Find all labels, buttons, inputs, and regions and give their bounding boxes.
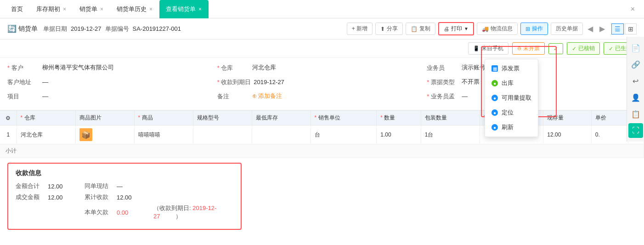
toolbar-row: 📱 来自手机 ⊖ 未开票 ✓ ✓ 已核销 ✓ 已生效 bbox=[0, 40, 644, 58]
product-table: ⚙ 仓库 商品图片 商品 规格型号 最低库存 销售单位 数量 包装数量 可用量 … bbox=[0, 111, 644, 158]
col-settings: ⚙ bbox=[0, 111, 17, 125]
cumulative-label: 累计收款 bbox=[85, 193, 117, 201]
print-button[interactable]: 🖨 打印 ▼ bbox=[438, 22, 474, 35]
row-unit-price: 0. bbox=[591, 125, 628, 144]
next-button[interactable]: ▶ bbox=[598, 23, 607, 34]
window-close-button[interactable]: × bbox=[626, 5, 639, 13]
arrears-value: 0.00 bbox=[117, 209, 140, 216]
transaction-label: 成交金额 bbox=[16, 193, 48, 201]
col-spec: 规格型号 bbox=[193, 111, 252, 125]
payment-date-value: 2019-12-27 bbox=[251, 78, 427, 87]
remark-field: 备注 ⊕ 添加备注 bbox=[217, 91, 427, 102]
menu-locate[interactable]: ● 定位 bbox=[485, 105, 538, 120]
grid-view-button[interactable]: ⊞ bbox=[625, 23, 637, 34]
not-open-button[interactable]: ⊖ 未开票 bbox=[512, 42, 545, 55]
table-container: ⚙ 仓库 商品图片 商品 规格型号 最低库存 销售单位 数量 包装数量 可用量 … bbox=[0, 110, 644, 158]
tab-sales-history-close[interactable]: × bbox=[149, 6, 153, 12]
menu-refresh[interactable]: ● 刷新 bbox=[485, 120, 538, 135]
total-amount-value: 12.00 bbox=[48, 183, 71, 190]
project-value: — bbox=[40, 92, 217, 101]
project-field: 项目 — bbox=[7, 92, 217, 101]
row-stock: 12.00 bbox=[543, 125, 591, 144]
tab-inventory-init[interactable]: 库存期初 × bbox=[30, 0, 73, 18]
tab-home[interactable]: 首页 bbox=[5, 0, 30, 18]
col-product-img: 商品图片 bbox=[75, 111, 134, 125]
doc-number-label: 单据编号 bbox=[105, 25, 129, 33]
form-row-1: 客户 柳州粤港平安气体有限公司 仓库 河北仓库 业务员 演示账号 bbox=[7, 63, 637, 73]
outbound-icon: ● bbox=[491, 80, 498, 86]
customer-label: 客户 bbox=[7, 64, 40, 72]
payment-info-box: 收款信息 金额合计 12.00 同单现结 — 成交金额 12.00 累计收款 1… bbox=[7, 163, 242, 230]
col-unit: 销售单位 bbox=[311, 111, 377, 125]
check-icon-button[interactable]: ✓ bbox=[548, 43, 563, 54]
warehouse-label: 仓库 bbox=[217, 64, 249, 72]
sidebar-icon-list[interactable]: 📋 bbox=[628, 107, 643, 121]
sidebar-icon-return[interactable]: ↩ bbox=[628, 74, 643, 88]
from-phone-button[interactable]: 📱 来自手机 bbox=[468, 42, 508, 55]
same-order-label: 同单现结 bbox=[85, 182, 117, 190]
total-amount-label: 金额合计 bbox=[16, 182, 48, 190]
subtotal-row: 小计 bbox=[0, 144, 644, 158]
table-row: 1 河北仓库 📦 嘻嘻嘻嘻 台 1.00 1台 12.00 0. bbox=[0, 125, 644, 144]
view-buttons: ☰ ⊞ bbox=[611, 23, 637, 34]
doc-type-label: 🔄 销货单 bbox=[7, 24, 38, 33]
prev-button[interactable]: ◀ bbox=[586, 23, 595, 34]
new-button[interactable]: + 新增 bbox=[347, 23, 373, 35]
sidebar-icon-expand[interactable]: ⛶ bbox=[628, 123, 643, 138]
share-button[interactable]: ⬆ 分享 bbox=[375, 23, 403, 35]
tab-view-sales-close[interactable]: × bbox=[198, 6, 202, 12]
doc-date-label: 单据日期 bbox=[43, 25, 67, 33]
menu-add-invoice[interactable]: ▦ 添发票 bbox=[485, 61, 538, 76]
table-header-row: ⚙ 仓库 商品图片 商品 规格型号 最低库存 销售单位 数量 包装数量 可用量 … bbox=[0, 111, 644, 125]
customer-field: 客户 柳州粤港平安气体有限公司 bbox=[7, 63, 217, 73]
tab-sales-order-close[interactable]: × bbox=[100, 6, 103, 12]
col-quantity: 数量 bbox=[377, 111, 421, 125]
ticket-type-label: 票据类型 bbox=[427, 78, 459, 86]
sidebar-icon-document[interactable]: 📄 bbox=[628, 40, 643, 55]
main-content: 🔄 销货单 单据日期 2019-12-27 单据编号 SA-20191227-0… bbox=[0, 18, 644, 245]
row-seq: 1 bbox=[0, 125, 17, 144]
sold-button[interactable]: ✓ 已核销 bbox=[567, 42, 600, 55]
payment-date-field: 收款到期日 2019-12-27 bbox=[217, 78, 427, 87]
warehouse-value: 河北仓库 bbox=[249, 63, 427, 73]
menu-outbound[interactable]: ● 出库 bbox=[485, 76, 538, 91]
operations-button[interactable]: ⊞ 操作 bbox=[520, 23, 548, 35]
salesperson-label: 业务员孟 bbox=[427, 92, 459, 101]
logistics-button[interactable]: 🚚 物流信息 bbox=[477, 23, 518, 35]
copy-button[interactable]: 📋 复制 bbox=[406, 23, 435, 35]
doc-type-icon: 🔄 bbox=[7, 24, 17, 33]
form-section: 客户 柳州粤港平安气体有限公司 仓库 河北仓库 业务员 演示账号 客户地址 — … bbox=[0, 58, 644, 110]
doc-header: 🔄 销货单 单据日期 2019-12-27 单据编号 SA-20191227-0… bbox=[0, 18, 644, 40]
doc-actions: + 新增 ⬆ 分享 📋 复制 🖨 打印 ▼ 🚚 物流信息 ⊞ 操作 bbox=[347, 22, 637, 35]
due-date-value: 2019-12-27 bbox=[153, 205, 216, 220]
col-warehouse: 仓库 bbox=[17, 111, 75, 125]
menu-available-qty[interactable]: ● 可用量提取 bbox=[485, 91, 538, 105]
tab-inventory-init-close[interactable]: × bbox=[63, 6, 66, 12]
row-pack-qty: 1台 bbox=[421, 125, 480, 144]
doc-meta: 单据日期 2019-12-27 单据编号 SA-20191227-001 bbox=[43, 25, 181, 33]
payment-row-2: 成交金额 12.00 累计收款 12.00 bbox=[16, 193, 233, 201]
doc-type-text: 销货单 bbox=[18, 25, 38, 33]
history-button[interactable]: 历史单据 bbox=[551, 23, 583, 35]
add-remark-button[interactable]: ⊕ 添加备注 bbox=[249, 91, 427, 102]
doc-number-value: SA-20191227-001 bbox=[133, 25, 181, 32]
row-quantity: 1.00 bbox=[377, 125, 421, 144]
row-warehouse: 河北仓库 bbox=[17, 125, 75, 144]
row-product: 嘻嘻嘻嘻 bbox=[134, 125, 193, 144]
transaction-value: 12.00 bbox=[48, 194, 71, 201]
remark-label: 备注 bbox=[217, 92, 249, 101]
sidebar-icon-user[interactable]: 👤 bbox=[628, 90, 643, 105]
subtotal-label: 小计 bbox=[0, 144, 644, 158]
list-view-button[interactable]: ☰ bbox=[611, 23, 624, 34]
tab-bar: 首页 库存期初 × 销货单 × 销货单历史 × 查看销货单 × × bbox=[0, 0, 644, 18]
tab-sales-order[interactable]: 销货单 × bbox=[73, 0, 110, 18]
refresh-icon: ● bbox=[491, 124, 498, 131]
same-order-value: — bbox=[117, 183, 140, 190]
row-min-stock bbox=[252, 125, 311, 144]
sidebar-icon-link[interactable]: 🔗 bbox=[628, 57, 643, 72]
tab-sales-history[interactable]: 销货单历史 × bbox=[110, 0, 159, 18]
tab-view-sales[interactable]: 查看销货单 × bbox=[159, 0, 209, 18]
form-row-3: 项目 — 备注 ⊕ 添加备注 业务员孟 — bbox=[7, 91, 637, 102]
doc-date-value: 2019-12-27 bbox=[71, 25, 102, 32]
project-label: 项目 bbox=[7, 92, 40, 101]
